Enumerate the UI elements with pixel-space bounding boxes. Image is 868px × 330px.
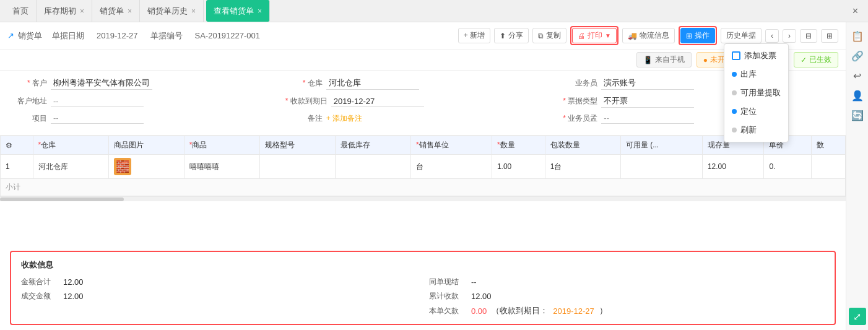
summary-title: 收款信息 (21, 259, 825, 271)
tab-sales-close[interactable]: × (128, 7, 132, 15)
ops-icon: ⊞ (686, 32, 692, 40)
history-label: 历史单据 (726, 30, 756, 41)
subtotal-row: 小计 (1, 179, 846, 196)
deal-label: 成交金额 (21, 291, 58, 302)
dropdown-refresh[interactable]: 刷新 (724, 121, 788, 139)
customer-label: 客户 (10, 78, 47, 89)
add-invoice-icon (732, 51, 740, 60)
sidebar-icon-user[interactable]: 👤 (849, 87, 866, 104)
share-label: 分享 (508, 30, 523, 41)
due-date-value[interactable]: 2019-12-27 (331, 96, 424, 107)
add-note-btn[interactable]: 添加备注 (326, 113, 362, 124)
ticket-value[interactable]: 不开票 (601, 95, 694, 108)
effective-label: 已生效 (809, 54, 831, 65)
dropdown-available-qty[interactable]: 可用量提取 (724, 84, 788, 102)
cell-price: 0. (764, 155, 812, 179)
same-order-value: -- (471, 277, 477, 287)
staff2-group: 业务员孟 -- (560, 113, 836, 124)
window-close[interactable]: × (848, 6, 863, 17)
effective-btn[interactable]: ✓ 已生效 (794, 52, 838, 67)
staff2-value[interactable]: -- (601, 113, 694, 124)
subtotal-cell: 小计 (1, 179, 846, 196)
total-label: 金额合计 (21, 277, 58, 287)
settings-icon: ⚙ (6, 141, 12, 150)
product-table: ⚙ *仓库 商品图片 *商品 规格型号 最低库存 *销售单位 *数量 包装数量 … (0, 136, 846, 196)
address-value[interactable]: -- (51, 96, 144, 107)
tab-view-sales-close[interactable]: × (258, 7, 262, 15)
customer-group: 客户 柳州粤港平安气体有限公司 (10, 77, 285, 90)
th-settings[interactable]: ⚙ (1, 136, 33, 155)
tab-inventory[interactable]: 库存期初 × (37, 0, 92, 22)
dropdown-outbound[interactable]: 出库 (724, 65, 788, 84)
product-image: 🧱 (114, 158, 131, 175)
summary-col-left: 金额合计 12.00 成交金额 12.00 (21, 277, 417, 316)
outbound-label: 出库 (740, 69, 757, 80)
sidebar-icon-expand[interactable]: ⤢ (849, 308, 866, 325)
ops-button[interactable]: ⊞ 操作 (680, 28, 715, 43)
th-available: 可用量 (... (620, 136, 702, 155)
status-row: 📱 来自手机 ● 未开票 ✓ 已核销 ✓ 已生效 (0, 50, 846, 71)
dropdown-locate[interactable]: 定位 (724, 102, 788, 121)
ops-dropdown: 添加发票 出库 可用量提取 定位 (724, 43, 789, 142)
tab-history[interactable]: 销货单历史 × (140, 0, 204, 22)
sidebar-icon-link[interactable]: 🔗 (849, 47, 866, 64)
due-hint: （收款到期日： (492, 305, 548, 316)
total-value: 12.00 (63, 277, 84, 287)
cumulative-row: 累计收款 12.00 (429, 291, 825, 302)
sidebar-icon-doc[interactable]: 📋 (849, 27, 866, 45)
ops-highlight-box: ⊞ 操作 (679, 26, 717, 45)
effective-icon: ✓ (801, 56, 807, 64)
print-button[interactable]: 🖨 打印 ▼ (572, 28, 617, 43)
share-button[interactable]: ⬆ 分享 (494, 28, 529, 43)
tab-inventory-close[interactable]: × (80, 7, 84, 15)
logistics-button[interactable]: 🚚 物流信息 (622, 28, 675, 43)
new-button[interactable]: + 新增 (458, 28, 490, 43)
deal-value: 12.00 (63, 292, 84, 301)
cell-unit: 台 (411, 155, 492, 179)
customer-value[interactable]: 柳州粤港平安气体有限公司 (51, 77, 152, 90)
dropdown-add-invoice[interactable]: 添加发票 (724, 46, 788, 65)
sidebar-icon-sync[interactable]: 🔄 (849, 106, 866, 124)
invoice-icon: ● (703, 56, 708, 64)
th-warehouse: *仓库 (33, 136, 108, 155)
phone-icon: 📱 (643, 56, 653, 64)
balance-label: 本单欠款 (429, 306, 466, 316)
prev-button[interactable]: ‹ (765, 29, 779, 43)
grid-view-button[interactable]: ⊟ (800, 29, 817, 43)
form-type-label: 销货单 (18, 30, 42, 41)
th-pack-qty: 包装数量 (545, 136, 620, 155)
tab-inventory-label: 库存期初 (44, 6, 76, 17)
date-label: 单据日期 (52, 30, 84, 41)
next-button[interactable]: › (783, 29, 796, 43)
staff-group: 业务员 演示账号 (560, 77, 836, 90)
copy-button[interactable]: ⧉ 复制 (532, 28, 566, 43)
print-highlight-box: 🖨 打印 ▼ (570, 26, 618, 45)
tab-home[interactable]: 首页 (5, 0, 37, 22)
tab-view-sales-label: 查看销货单 (214, 6, 254, 17)
due-date-group: 收款到期日 2019-12-27 (285, 96, 561, 107)
form-header: ↗ 销货单 单据日期 2019-12-27 单据编号 SA-20191227-0… (0, 22, 846, 50)
ticket-label: 票据类型 (560, 96, 597, 106)
warehouse-value[interactable]: 河北仓库 (326, 77, 419, 90)
th-amount: 数 (812, 136, 846, 155)
due-date-hint: 2019-12-27 (553, 306, 594, 316)
cell-amount (812, 155, 846, 179)
table-row: 1 河北仓库 🧱 嘻嘻嘻嘻 台 1.00 1台 (1, 155, 846, 179)
scroll-thumb[interactable] (0, 198, 124, 201)
right-sidebar: 📋 🔗 ↩ 👤 🔄 ⤢ (846, 22, 868, 330)
note-group: 备注 添加备注 (285, 113, 561, 124)
tab-sales[interactable]: 销货单 × (92, 0, 140, 22)
list-view-button[interactable]: ⊞ (821, 29, 838, 43)
product-thumbnail-icon: 🧱 (116, 160, 129, 173)
history-button[interactable]: 历史单据 (721, 28, 762, 43)
th-unit: *销售单位 (411, 136, 492, 155)
tab-view-sales[interactable]: 查看销货单 × (206, 0, 270, 22)
cell-pack-qty: 1台 (545, 155, 620, 179)
sales-order-icon: ↗ (7, 31, 14, 40)
horizontal-scrollbar[interactable] (0, 196, 846, 201)
tab-history-close[interactable]: × (191, 7, 196, 15)
project-value[interactable]: -- (51, 113, 144, 124)
no-label: 单据编号 (150, 30, 183, 41)
sidebar-icon-undo[interactable]: ↩ (849, 67, 866, 84)
from-phone-btn[interactable]: 📱 来自手机 (636, 52, 692, 67)
